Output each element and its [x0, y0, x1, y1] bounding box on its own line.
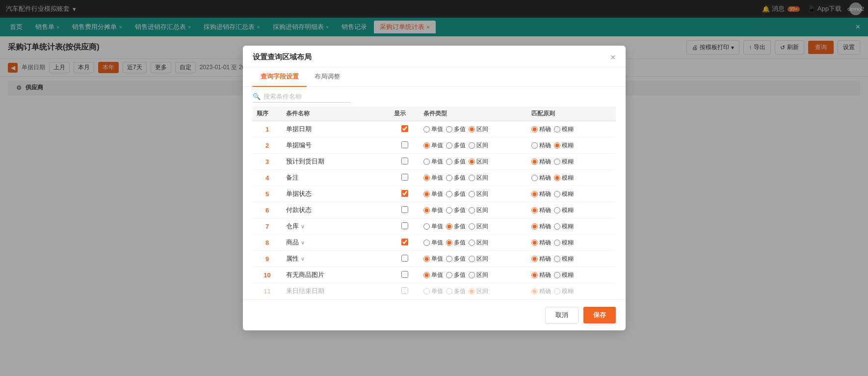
- row-name: 单据状态: [282, 189, 390, 198]
- display-cell: [390, 255, 420, 263]
- type-range-radio[interactable]: [469, 142, 475, 149]
- type-range-radio[interactable]: [469, 175, 475, 181]
- match-fuzzy-radio[interactable]: [554, 223, 560, 230]
- tab-query-fields[interactable]: 查询字段设置: [253, 67, 307, 87]
- match-cell: 精确模糊: [527, 190, 616, 198]
- match-cell: 精确模糊: [527, 125, 616, 134]
- type-single-radio[interactable]: [423, 207, 430, 214]
- type-range-radio[interactable]: [469, 126, 475, 133]
- display-cell: [390, 158, 420, 166]
- table-row: 1单据日期单值多值区间精确模糊: [253, 121, 616, 137]
- type-multi-radio[interactable]: [446, 191, 452, 197]
- dialog-title: 设置查询区域布局: [253, 53, 312, 62]
- table-row: 10有无商品图片单值多值区间精确模糊: [253, 267, 616, 283]
- display-checkbox[interactable]: [401, 141, 408, 148]
- match-fuzzy-radio[interactable]: [554, 159, 560, 165]
- match-fuzzy-radio[interactable]: [554, 256, 560, 262]
- match-exact-radio[interactable]: [531, 288, 538, 295]
- type-range-radio[interactable]: [469, 272, 475, 278]
- type-multi-radio[interactable]: [446, 126, 452, 133]
- type-range-radio[interactable]: [469, 223, 475, 230]
- type-range-radio[interactable]: [469, 159, 475, 165]
- type-cell: 单值多值区间: [420, 190, 527, 198]
- display-checkbox[interactable]: [401, 206, 408, 213]
- type-single-radio[interactable]: [423, 191, 430, 197]
- type-multi-radio[interactable]: [446, 272, 452, 278]
- match-fuzzy-radio[interactable]: [554, 126, 560, 133]
- match-fuzzy-radio[interactable]: [554, 142, 560, 149]
- type-range-radio[interactable]: [469, 207, 475, 214]
- display-cell: [390, 206, 420, 215]
- type-single-radio[interactable]: [423, 223, 430, 230]
- save-button[interactable]: 保存: [583, 307, 616, 323]
- type-multi-radio[interactable]: [446, 207, 452, 214]
- match-fuzzy-radio[interactable]: [554, 240, 560, 246]
- row-name: 付款状态: [282, 206, 390, 215]
- match-fuzzy-radio[interactable]: [554, 288, 560, 295]
- row-index: 8: [253, 239, 282, 246]
- match-exact-radio[interactable]: [531, 240, 538, 246]
- display-checkbox[interactable]: [401, 271, 408, 278]
- match-exact-radio[interactable]: [531, 256, 538, 262]
- display-checkbox[interactable]: [401, 287, 408, 294]
- match-exact-radio[interactable]: [531, 159, 538, 165]
- row-name: 备注: [282, 173, 390, 182]
- type-multi-radio[interactable]: [446, 175, 452, 181]
- search-input[interactable]: [263, 93, 351, 100]
- type-single-radio[interactable]: [423, 272, 430, 278]
- table-row: 11来日结束日期单值多值区间精确模糊: [253, 283, 616, 299]
- row-name: 单据编号: [282, 141, 390, 150]
- type-multi-radio[interactable]: [446, 240, 452, 246]
- type-single-radio[interactable]: [423, 288, 430, 295]
- search-input-wrap: 🔍: [253, 93, 351, 103]
- row-index: 11: [253, 288, 282, 295]
- match-cell: 精确模糊: [527, 206, 616, 215]
- type-single-radio[interactable]: [423, 240, 430, 246]
- display-checkbox[interactable]: [401, 174, 408, 181]
- match-exact-radio[interactable]: [531, 191, 538, 197]
- row-name: 有无商品图片: [282, 270, 390, 279]
- type-multi-radio[interactable]: [446, 159, 452, 165]
- table-row: 7仓库 ∨单值多值区间精确模糊: [253, 218, 616, 235]
- display-cell: [390, 271, 420, 279]
- type-single-radio[interactable]: [423, 159, 430, 165]
- type-single-radio[interactable]: [423, 126, 430, 133]
- display-checkbox[interactable]: [401, 255, 408, 262]
- match-fuzzy-radio[interactable]: [554, 191, 560, 197]
- type-cell: 单值多值区间: [420, 239, 527, 247]
- table-row: 8商品 ∨单值多值区间精确模糊: [253, 235, 616, 251]
- row-index: 4: [253, 174, 282, 182]
- cancel-button[interactable]: 取消: [545, 307, 579, 323]
- tab-layout-adjust[interactable]: 布局调整: [307, 67, 348, 87]
- type-range-radio[interactable]: [469, 191, 475, 197]
- match-exact-radio[interactable]: [531, 272, 538, 278]
- type-multi-radio[interactable]: [446, 288, 452, 295]
- display-cell: [390, 239, 420, 247]
- match-fuzzy-radio[interactable]: [554, 272, 560, 278]
- row-index: 2: [253, 142, 282, 149]
- match-exact-radio[interactable]: [531, 126, 538, 133]
- display-checkbox[interactable]: [401, 239, 408, 245]
- type-range-radio[interactable]: [469, 256, 475, 262]
- row-index: 9: [253, 255, 282, 263]
- match-exact-radio[interactable]: [531, 207, 538, 214]
- type-multi-radio[interactable]: [446, 142, 452, 149]
- type-multi-radio[interactable]: [446, 256, 452, 262]
- type-single-radio[interactable]: [423, 256, 430, 262]
- type-single-radio[interactable]: [423, 142, 430, 149]
- match-exact-radio[interactable]: [531, 175, 538, 181]
- match-exact-radio[interactable]: [531, 142, 538, 149]
- type-single-radio[interactable]: [423, 175, 430, 181]
- display-checkbox[interactable]: [401, 125, 408, 132]
- display-checkbox[interactable]: [401, 222, 408, 229]
- display-checkbox[interactable]: [401, 158, 408, 164]
- type-range-radio[interactable]: [469, 288, 475, 295]
- match-fuzzy-radio[interactable]: [554, 207, 560, 214]
- type-multi-radio[interactable]: [446, 223, 452, 230]
- dialog-close-button[interactable]: ×: [610, 53, 616, 62]
- type-range-radio[interactable]: [469, 240, 475, 246]
- match-fuzzy-radio[interactable]: [554, 175, 560, 181]
- display-checkbox[interactable]: [401, 190, 408, 197]
- type-cell: 单值多值区间: [420, 206, 527, 215]
- match-exact-radio[interactable]: [531, 223, 538, 230]
